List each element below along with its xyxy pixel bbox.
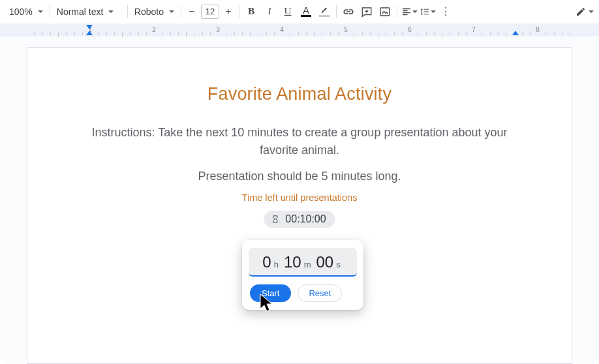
ruler-tick <box>458 33 459 35</box>
ruler-tick <box>42 33 43 35</box>
timer-hours: 0 <box>262 253 271 271</box>
decrease-font-size-button[interactable]: − <box>184 4 200 20</box>
zoom-dropdown[interactable]: 100% <box>5 3 47 21</box>
ruler-tick <box>274 33 275 35</box>
ruler-number: 8 <box>536 26 540 33</box>
ruler-tick <box>498 33 499 35</box>
ruler-tick <box>74 33 75 35</box>
ruler-tick <box>506 33 506 37</box>
image-icon <box>379 6 391 18</box>
ruler-tick <box>98 33 99 35</box>
right-indent-marker[interactable] <box>512 31 519 35</box>
more-options-button[interactable]: ⋮ <box>437 3 455 21</box>
ruler-tick <box>82 33 83 35</box>
separator <box>181 5 181 18</box>
font-family-label: Roboto <box>134 7 164 17</box>
ruler-tick <box>362 33 363 35</box>
bold-button[interactable]: B <box>242 3 260 21</box>
add-comment-button[interactable] <box>358 3 376 21</box>
ruler-tick <box>386 33 386 35</box>
ruler-tick <box>242 33 243 35</box>
ruler-tick <box>554 33 555 35</box>
pencil-icon <box>576 6 586 18</box>
ruler-tick <box>50 33 51 35</box>
ruler-tick <box>298 33 299 35</box>
left-indent-marker[interactable] <box>86 31 93 35</box>
insert-image-button[interactable] <box>376 3 394 21</box>
timer-chip[interactable]: 00:10:00 <box>264 211 335 228</box>
ruler-tick <box>378 33 378 37</box>
ruler-tick <box>402 33 403 35</box>
ruler-tick <box>194 33 194 35</box>
ruler-track: 12345678 <box>14 24 585 36</box>
text-color-button[interactable]: A <box>297 3 315 21</box>
italic-button[interactable]: I <box>260 3 279 21</box>
ruler[interactable]: 12345678 <box>0 23 599 37</box>
ruler-tick <box>482 33 482 35</box>
increase-font-size-button[interactable]: + <box>221 4 236 20</box>
chevron-down-icon <box>412 10 418 13</box>
separator <box>336 5 337 18</box>
chevron-down-icon <box>431 10 436 13</box>
ruler-tick <box>114 33 115 35</box>
ruler-tick <box>562 33 562 35</box>
document-page[interactable]: Favorite Animal Activity Instructions: T… <box>27 47 572 364</box>
ruler-tick <box>122 33 123 37</box>
ruler-tick <box>186 33 187 37</box>
separator <box>50 5 50 18</box>
ruler-tick <box>138 33 139 35</box>
ruler-tick <box>250 33 251 37</box>
ruler-number: 7 <box>472 26 476 33</box>
chevron-down-icon <box>169 10 174 13</box>
separator <box>397 5 397 18</box>
ruler-tick <box>394 33 395 35</box>
timer-display[interactable]: 0 h 10 m 00 s <box>249 248 357 277</box>
timer-seconds: 00 <box>316 253 333 271</box>
first-line-indent-marker[interactable] <box>86 25 93 29</box>
link-icon <box>343 6 354 18</box>
insert-link-button[interactable] <box>339 3 358 21</box>
chevron-down-icon <box>589 10 594 13</box>
ruler-tick <box>354 33 354 35</box>
page-title: Favorite Animal Activity <box>67 84 532 104</box>
align-left-icon <box>401 6 412 18</box>
ruler-tick <box>426 33 427 35</box>
timer-label: Time left until presentations <box>67 192 532 203</box>
line-spacing-button[interactable] <box>418 3 437 21</box>
font-size-input[interactable] <box>201 5 219 19</box>
font-family-dropdown[interactable]: Roboto <box>131 3 178 21</box>
ruler-tick <box>370 33 371 35</box>
ruler-tick <box>258 33 258 35</box>
ruler-tick <box>418 33 418 35</box>
line-spacing-icon <box>419 6 431 18</box>
comment-plus-icon <box>361 6 373 18</box>
svg-rect-0 <box>380 8 390 16</box>
timer-popover: 0 h 10 m 00 s Start Reset <box>242 240 363 310</box>
timer-chip-value: 00:10:00 <box>285 213 326 225</box>
paragraph-style-dropdown[interactable]: Normal text <box>53 3 125 21</box>
highlighter-icon <box>319 4 330 20</box>
ruler-tick <box>106 33 107 35</box>
ruler-tick <box>202 33 203 35</box>
page-background: Favorite Animal Activity Instructions: T… <box>0 37 599 364</box>
ruler-tick <box>178 33 179 35</box>
chevron-down-icon <box>108 10 114 13</box>
reset-button[interactable]: Reset <box>298 284 342 302</box>
ruler-tick <box>210 33 211 35</box>
ruler-number: 2 <box>152 26 156 33</box>
align-button[interactable] <box>400 3 418 21</box>
zoom-value: 100% <box>9 7 33 17</box>
underline-button[interactable]: U <box>279 3 297 21</box>
ruler-tick <box>522 33 523 35</box>
ruler-tick <box>545 33 546 35</box>
text-color-icon: A <box>301 4 311 20</box>
ruler-tick <box>442 33 442 37</box>
ruler-tick <box>226 33 226 35</box>
start-button[interactable]: Start <box>250 284 291 302</box>
ruler-number: 6 <box>408 26 412 33</box>
highlight-color-button[interactable] <box>315 3 333 21</box>
editing-mode-button[interactable] <box>576 3 594 21</box>
paragraph-style-label: Normal text <box>57 7 104 17</box>
hourglass-icon <box>270 215 280 224</box>
separator <box>239 5 239 18</box>
